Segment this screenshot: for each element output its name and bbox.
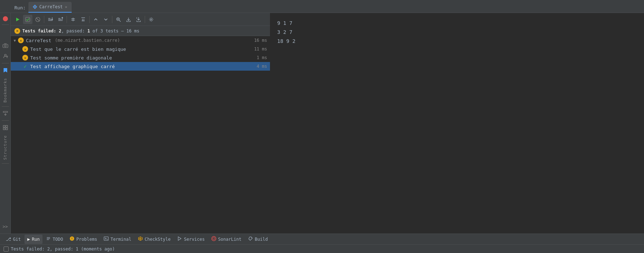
svg-rect-14 (6, 128, 8, 130)
sonarlint-icon (211, 236, 216, 242)
svg-rect-12 (6, 125, 8, 127)
tab-terminal[interactable]: Terminal (101, 235, 134, 244)
settings-button[interactable] (147, 15, 156, 24)
todo-icon (46, 236, 51, 242)
svg-rect-10 (3, 111, 8, 112)
test-name-1: Test que le carré est bien magique (30, 46, 252, 52)
tab-git[interactable]: ⎇ Git (3, 235, 24, 244)
svg-rect-13 (3, 128, 5, 130)
test-row-selected[interactable]: ✓ Test affichage graphique carré 4 ms (11, 62, 270, 71)
output-line-2: 3 2 7 (277, 28, 637, 37)
tab-sonarlint[interactable]: SonarLint (208, 235, 244, 244)
export-button[interactable] (124, 15, 133, 24)
checkstyle-label: CheckStyle (145, 237, 171, 242)
camera-icon[interactable] (1, 41, 10, 50)
output-line-3: 18 9 2 (277, 37, 637, 46)
toolbar-sep-2 (67, 16, 67, 23)
bookmark-icon[interactable] (1, 66, 10, 75)
align2-button[interactable] (78, 15, 88, 24)
sort-duration-button[interactable] (56, 15, 65, 24)
svg-point-4 (3, 16, 8, 21)
test-row[interactable]: ✕ Test que le carré est bien magique 11 … (11, 45, 270, 53)
next-button[interactable] (101, 15, 111, 24)
toolbar-sep-1 (44, 16, 44, 23)
grid-icon[interactable] (1, 123, 10, 132)
output-panel: 9 1 7 3 2 7 18 9 2 (270, 13, 644, 234)
build-icon (248, 236, 253, 242)
toolbar-sep-5 (145, 16, 145, 23)
run-icon: ▶ (27, 236, 30, 242)
play-button[interactable] (13, 15, 22, 24)
sonarlint-label: SonarLint (218, 237, 242, 242)
tab-todo[interactable]: TODO (43, 235, 66, 244)
filter-passed-button[interactable] (23, 15, 32, 24)
svg-point-42 (150, 19, 152, 20)
run-toolbar (11, 13, 270, 26)
suite-time: 16 ms (254, 38, 267, 43)
run-tab-label: Run (32, 237, 40, 242)
git-icon: ⎇ (6, 236, 11, 242)
git-label: Git (13, 237, 21, 242)
toolbar-sep-4 (112, 16, 112, 23)
test-name-3: Test affichage graphique carré (30, 64, 255, 69)
output-line-1: 9 1 7 (277, 19, 637, 28)
svg-rect-16 (26, 17, 30, 22)
run-label: Run: (14, 5, 26, 13)
svg-point-7 (4, 54, 6, 56)
more-icon[interactable]: >> (1, 222, 10, 231)
sidebar-divider-3 (2, 106, 9, 107)
svg-point-53 (212, 236, 216, 241)
footer-text: Tests failed: 2, passed: 1 (moments ago) (11, 247, 115, 252)
sidebar-divider-4 (2, 120, 9, 121)
svg-line-35 (120, 20, 121, 22)
tab-problems[interactable]: ! Problems (67, 235, 100, 244)
svg-marker-52 (178, 237, 181, 240)
svg-line-18 (36, 18, 39, 21)
svg-rect-5 (3, 44, 8, 48)
svg-point-54 (213, 238, 215, 240)
status-text: Tests failed: 2, passed: 1 of 3 tests – … (22, 28, 139, 34)
rerun-failed-button[interactable] (33, 15, 42, 24)
tab-run[interactable]: ▶ Run (24, 235, 43, 244)
test-passed-icon: ✓ (22, 63, 28, 69)
services-icon (177, 236, 182, 242)
suite-failed-icon: ✕ (18, 37, 24, 43)
problems-label: Problems (76, 237, 97, 242)
sidebar-divider-2 (2, 63, 9, 63)
test-status-bar: ✕ Tests failed: 2, passed: 1 of 3 tests … (11, 26, 270, 36)
svg-rect-11 (3, 125, 5, 127)
run-panel: ✕ Tests failed: 2, passed: 1 of 3 tests … (11, 13, 270, 234)
tab-services[interactable]: Services (174, 235, 208, 244)
export-all-button[interactable] (134, 15, 143, 24)
test-name-2: Test somme première diagonale (30, 55, 255, 61)
tab-checkstyle[interactable]: CS CheckStyle (135, 235, 174, 244)
toolbar-sep-3 (89, 16, 90, 23)
status-failed-icon: ✕ (14, 28, 20, 34)
status-footer: Tests failed: 2, passed: 1 (moments ago) (0, 244, 644, 253)
footer-checkbox[interactable] (4, 247, 9, 252)
test-time-3: 4 ms (257, 64, 267, 69)
test-suite-row[interactable]: ▼ ✕ CarreTest (me.nizart.bastien.carre) … (11, 36, 270, 45)
tab-build[interactable]: Build (245, 235, 271, 244)
suite-pkg: (me.nizart.bastien.carre) (55, 38, 120, 43)
build-label: Build (255, 237, 268, 242)
tab-bar: Run: CarreTest × (0, 0, 644, 13)
import-icon[interactable] (1, 109, 10, 118)
main-area: Bookmarks Structure >> (0, 13, 644, 234)
test-failed-icon-1: ✕ (22, 46, 28, 52)
test-row[interactable]: ✕ Test somme première diagonale 1 ms (11, 53, 270, 62)
test-failed-icon-2: ✕ (22, 55, 28, 61)
align-button[interactable] (68, 15, 78, 24)
carre-test-tab[interactable]: CarreTest × (28, 2, 72, 13)
services-label: Services (184, 237, 205, 242)
svg-text:CS: CS (139, 237, 142, 240)
zoom-button[interactable] (114, 15, 123, 24)
structure-label: Structure (3, 133, 8, 162)
sort-alpha-button[interactable] (46, 15, 55, 24)
svg-text:!: ! (71, 237, 73, 241)
terminal-icon (104, 236, 109, 242)
tab-close-button[interactable]: × (65, 5, 67, 9)
coverage-icon[interactable] (1, 52, 10, 61)
prev-button[interactable] (91, 15, 100, 24)
todo-label: TODO (53, 237, 63, 242)
